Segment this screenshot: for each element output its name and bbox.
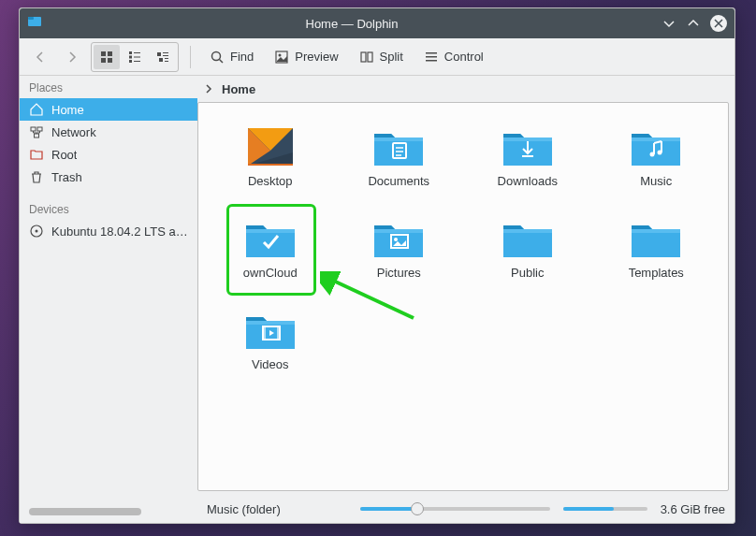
details-view-button[interactable] [150,45,176,69]
file-label: Pictures [377,266,421,280]
disk-free-text: 3.6 GiB free [661,502,725,516]
trash-icon [29,169,44,184]
file-item-templates[interactable]: Templates [592,211,721,303]
sidebar-item-label: Trash [51,170,82,184]
svg-rect-23 [368,52,372,62]
sidebar-item-trash[interactable]: Trash [20,166,197,188]
folder-icon [626,123,686,170]
file-item-desktop[interactable]: Desktop [206,120,335,211]
folder-icon [498,123,558,170]
find-label: Find [230,50,254,64]
sidebar-item-disk[interactable]: Kubuntu 18.04.2 LTS amd [20,220,197,242]
file-item-videos[interactable]: Videos [206,303,335,395]
file-label: Music [640,174,672,188]
folder-icon [369,123,429,170]
disk-icon [29,224,44,239]
file-item-downloads[interactable]: Downloads [463,120,592,211]
window-controls [662,15,727,32]
split-label: Split [380,50,403,64]
svg-point-43 [658,151,662,155]
sidebar-item-label: Kubuntu 18.04.2 LTS amd [51,225,188,239]
split-button[interactable]: Split [352,46,411,68]
sidebar-item-root[interactable]: Root [20,143,197,166]
file-label: Templates [629,266,684,280]
sidebar-item-network[interactable]: Network [20,121,197,143]
svg-rect-6 [129,51,132,54]
file-item-pictures[interactable]: Pictures [335,211,464,303]
file-item-music[interactable]: Music [592,120,721,211]
compact-view-button[interactable] [122,45,148,69]
file-label: Public [511,266,544,280]
file-label: Documents [368,174,429,188]
svg-rect-25 [426,56,437,58]
svg-rect-10 [129,60,132,63]
svg-point-42 [650,152,655,157]
icons-view-button[interactable] [94,45,120,69]
sidebar-item-label: Network [51,125,96,139]
zoom-slider[interactable] [360,507,550,511]
svg-rect-11 [134,61,140,62]
control-button[interactable]: Control [416,46,491,68]
sidebar: Places Home Network Root Trash Devices K… [20,76,197,523]
window-title: Home — Dolphin [50,17,654,31]
network-icon [29,124,44,139]
find-button[interactable]: Find [202,46,261,68]
svg-rect-48 [503,229,552,233]
folder-icon [240,123,300,170]
menu-icon [424,50,439,65]
split-icon [359,50,374,65]
back-button[interactable] [27,45,53,69]
svg-rect-28 [37,127,42,131]
svg-point-21 [279,53,282,56]
preview-button[interactable]: Preview [267,46,345,68]
breadcrumb-current: Home [222,82,255,96]
svg-rect-29 [35,134,39,138]
main-area: Home Desktop Documents Downloads [197,76,734,523]
sidebar-scrollbar[interactable] [29,508,141,515]
svg-rect-49 [632,229,680,233]
body: Places Home Network Root Trash Devices K… [20,76,734,523]
minimize-button[interactable] [662,16,676,31]
svg-rect-40 [503,138,552,141]
svg-rect-13 [163,52,168,53]
svg-rect-34 [248,164,293,166]
file-label: Videos [252,357,289,371]
svg-rect-5 [108,58,112,63]
svg-line-19 [220,59,224,63]
statusbar: Music (folder) 3.6 GiB free [197,495,734,523]
folder-icon [240,307,300,354]
svg-rect-17 [165,61,168,62]
svg-rect-41 [632,138,680,141]
close-button[interactable] [710,15,727,32]
svg-point-31 [36,230,38,233]
file-item-owncloud[interactable]: ownCloud [206,211,335,303]
svg-rect-7 [134,52,140,53]
svg-rect-3 [108,51,112,56]
svg-rect-16 [165,58,168,59]
svg-rect-27 [31,127,36,131]
svg-rect-22 [361,52,366,62]
sidebar-item-label: Home [51,103,84,117]
file-label: Downloads [498,174,558,188]
file-item-public[interactable]: Public [463,211,592,303]
file-item-documents[interactable]: Documents [335,120,464,211]
maximize-button[interactable] [686,16,701,31]
svg-rect-14 [163,55,168,56]
folder-icon [29,147,44,162]
svg-rect-44 [246,229,295,233]
folder-icon [240,215,300,262]
folder-icon [626,215,686,262]
control-label: Control [444,50,484,64]
svg-rect-1 [28,17,34,20]
svg-rect-2 [101,51,106,56]
svg-rect-26 [426,60,437,62]
sidebar-item-home[interactable]: Home [20,98,197,121]
file-label: ownCloud [243,266,298,280]
file-grid[interactable]: Desktop Documents Downloads Music ownClo… [197,102,729,491]
forward-button[interactable] [59,45,85,69]
breadcrumb[interactable]: Home [197,76,734,102]
svg-rect-35 [374,138,423,141]
home-icon [29,102,44,117]
devices-header: Devices [20,197,197,220]
svg-rect-12 [157,52,161,56]
